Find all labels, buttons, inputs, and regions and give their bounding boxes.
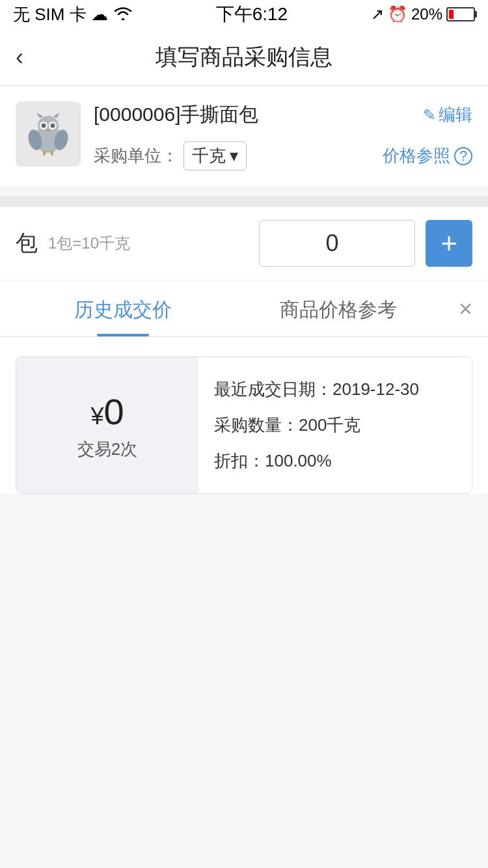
discount-row: 折扣：100.00%: [214, 448, 456, 474]
svg-point-6: [42, 124, 46, 128]
nav-bar: ‹ 填写商品采购信息: [0, 29, 488, 86]
alarm-icon: ⏰: [388, 5, 407, 23]
edit-button[interactable]: ✎ 编辑: [423, 103, 472, 126]
edit-icon: ✎: [423, 106, 436, 124]
product-card: [0000006]手撕面包 ✎ 编辑 采购单位： 千克 ▾ 价格参照 ?: [0, 86, 488, 186]
quantity-input[interactable]: [259, 220, 415, 267]
product-logo: [25, 111, 71, 157]
svg-rect-11: [43, 150, 46, 156]
status-right: ↗ ⏰ 20%: [371, 5, 475, 23]
trade-price-section: ¥0 交易2次: [16, 357, 198, 493]
trade-card: ¥0 交易2次 最近成交日期：2019-12-30 采购数量：200千克 折扣：…: [16, 357, 472, 494]
tab-close-button[interactable]: ×: [446, 282, 472, 336]
unit-select[interactable]: 千克 ▾: [183, 141, 247, 170]
tab-product-price-ref[interactable]: 商品价格参考: [230, 281, 445, 336]
sim-label: 无 SIM 卡 ☁: [13, 3, 108, 26]
price-ref-button[interactable]: 价格参照 ?: [383, 144, 472, 167]
plus-icon: +: [441, 227, 457, 260]
product-image: [16, 102, 81, 167]
page-title: 填写商品采购信息: [156, 42, 332, 72]
svg-marker-2: [36, 113, 43, 118]
latest-date-label: 最近成交日期：: [214, 379, 332, 399]
quantity-value: 200千克: [299, 415, 360, 435]
latest-date-value: 2019-12-30: [332, 379, 419, 399]
divider: [0, 197, 488, 207]
unit-equiv: 1包=10千克: [48, 233, 249, 254]
wifi-icon: [113, 5, 133, 25]
unit-badge: 包: [16, 228, 38, 258]
purchase-quantity-row: 采购数量：200千克: [214, 413, 456, 438]
status-bar: 无 SIM 卡 ☁ 下午6:12 ↗ ⏰ 20%: [0, 0, 488, 29]
edit-label: 编辑: [439, 103, 472, 126]
battery-percent: 20%: [411, 5, 442, 23]
svg-marker-3: [53, 113, 60, 118]
trade-price: ¥0: [90, 390, 124, 433]
price-ref-label: 价格参照: [383, 144, 450, 167]
latest-date-row: 最近成交日期：2019-12-30: [214, 377, 456, 402]
tab-section: 历史成交价 商品价格参考 × ¥0 交易2次 最近成交日期：2019-12-30…: [0, 281, 488, 494]
trade-count: 交易2次: [77, 438, 137, 461]
yen-symbol: ¥: [90, 403, 103, 429]
discount-label: 折扣：: [214, 451, 265, 470]
plus-button[interactable]: +: [426, 220, 472, 267]
status-time: 下午6:12: [216, 2, 288, 27]
battery-icon: [446, 7, 475, 21]
product-name-row: [0000006]手撕面包 ✎ 编辑: [94, 102, 472, 128]
location-icon: ↗: [371, 5, 384, 23]
product-name: [0000006]手撕面包: [94, 102, 258, 128]
tab-history-price[interactable]: 历史成交价: [16, 281, 230, 336]
quantity-label: 采购数量：: [214, 415, 299, 435]
trade-detail-section: 最近成交日期：2019-12-30 采购数量：200千克 折扣：100.00%: [198, 357, 472, 493]
tab-header: 历史成交价 商品价格参考 ×: [0, 281, 488, 337]
back-button[interactable]: ‹: [16, 44, 23, 71]
unit-arrow-icon: ▾: [230, 146, 238, 166]
product-info: [0000006]手撕面包 ✎ 编辑 采购单位： 千克 ▾ 价格参照 ?: [94, 102, 472, 170]
bottom-spacer: [0, 513, 488, 868]
svg-point-7: [51, 124, 55, 128]
quantity-row: 包 1包=10千克 +: [0, 207, 488, 280]
discount-value: 100.00%: [265, 451, 332, 470]
svg-rect-12: [51, 150, 53, 156]
status-left: 无 SIM 卡 ☁: [13, 3, 133, 26]
unit-value: 千克: [192, 144, 226, 167]
price-ref-help-icon: ?: [454, 147, 472, 165]
unit-row: 采购单位： 千克 ▾ 价格参照 ?: [94, 141, 472, 170]
unit-label: 采购单位：: [94, 144, 178, 167]
price-value: 0: [103, 391, 124, 432]
